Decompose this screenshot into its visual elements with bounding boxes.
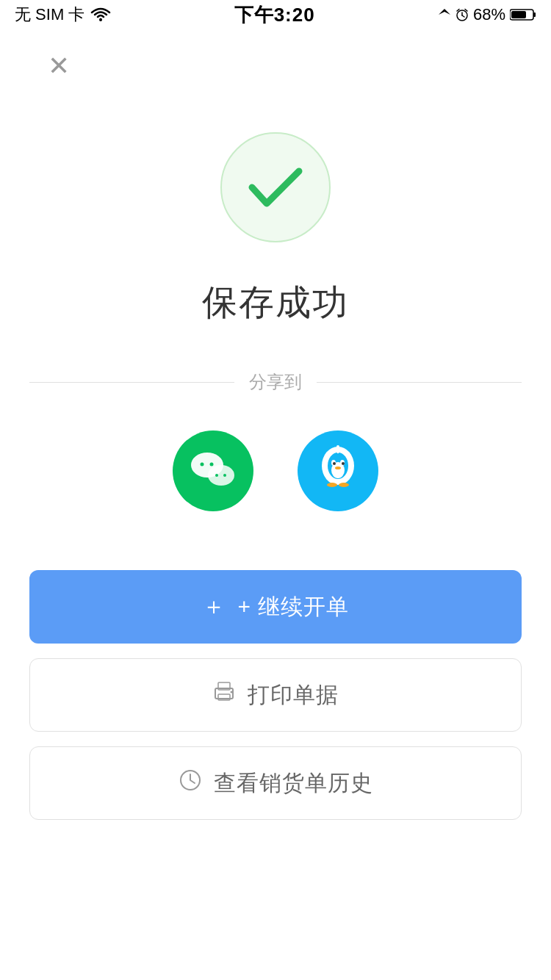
svg-point-20 <box>333 462 336 465</box>
share-label: 分享到 <box>249 370 302 394</box>
svg-line-4 <box>457 10 459 12</box>
svg-line-3 <box>462 15 464 17</box>
svg-point-21 <box>342 462 345 465</box>
svg-rect-7 <box>533 12 536 17</box>
status-right: 68% <box>438 5 536 24</box>
success-icon-container <box>220 132 331 242</box>
print-icon <box>212 681 236 709</box>
svg-point-26 <box>336 445 339 448</box>
divider-line-right <box>317 382 522 383</box>
close-icon: ✕ <box>48 53 70 79</box>
svg-point-14 <box>223 474 226 477</box>
main-content: ✕ 保存成功 分享到 <box>0 29 551 980</box>
checkmark-icon <box>246 165 305 209</box>
svg-point-0 <box>99 18 102 21</box>
continue-button[interactable]: ＋ + 继续开单 <box>29 570 522 644</box>
battery-icon <box>510 8 536 21</box>
wifi-icon <box>90 7 111 22</box>
history-label: 查看销货单历史 <box>214 768 373 799</box>
svg-point-23 <box>327 483 337 487</box>
svg-rect-8 <box>511 11 526 18</box>
close-button[interactable]: ✕ <box>37 44 81 88</box>
share-wechat-button[interactable] <box>173 430 253 511</box>
svg-line-5 <box>465 10 467 12</box>
success-title: 保存成功 <box>202 279 349 326</box>
print-button[interactable]: 打印单据 <box>29 658 522 732</box>
status-left: 无 SIM 卡 <box>15 4 111 26</box>
svg-point-12 <box>210 463 214 466</box>
svg-point-13 <box>215 474 218 477</box>
print-label: 打印单据 <box>248 680 339 710</box>
wechat-icon <box>189 449 237 493</box>
sim-label: 无 SIM 卡 <box>15 4 84 26</box>
status-bar: 无 SIM 卡 下午3:20 68% <box>0 0 551 29</box>
status-time: 下午3:20 <box>234 2 315 28</box>
svg-point-10 <box>208 465 234 486</box>
action-buttons: ＋ + 继续开单 打印单据 查看销货单历 <box>29 570 522 820</box>
svg-point-24 <box>339 483 349 487</box>
history-button[interactable]: 查看销货单历史 <box>29 746 522 820</box>
continue-icon: ＋ <box>202 591 226 623</box>
continue-label: + 继续开单 <box>238 592 350 622</box>
battery-percent: 68% <box>473 5 505 24</box>
svg-point-11 <box>201 463 204 466</box>
history-icon <box>179 768 202 798</box>
share-divider: 分享到 <box>29 370 522 394</box>
location-icon <box>438 8 451 21</box>
share-qq-button[interactable] <box>298 430 378 511</box>
share-icons-row <box>173 430 378 511</box>
alarm-icon <box>455 8 469 21</box>
qq-icon <box>316 445 360 497</box>
svg-point-30 <box>231 691 233 693</box>
svg-point-22 <box>335 466 341 469</box>
divider-line-left <box>29 382 234 383</box>
